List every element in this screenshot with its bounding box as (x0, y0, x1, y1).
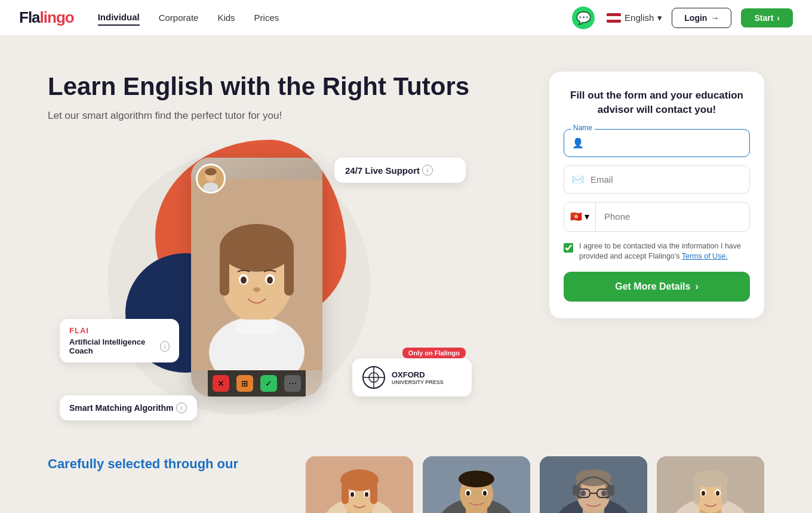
phone-input[interactable] (596, 203, 749, 230)
support-label: 24/7 Live Support (345, 165, 420, 176)
contact-form: Fill out the form and your education adv… (549, 72, 764, 318)
svg-point-15 (205, 168, 216, 176)
tutor-card-4 (657, 456, 764, 513)
hero-section: Learn English with the Right Tutors Let … (0, 36, 812, 456)
start-chevron-icon: › (777, 13, 780, 23)
phone-btn-orange[interactable]: ⊞ (236, 375, 253, 392)
svg-point-8 (241, 277, 247, 284)
get-details-arrow-icon: › (695, 281, 698, 292)
svg-point-40 (483, 491, 487, 496)
language-selector[interactable]: English ▾ (607, 13, 662, 23)
svg-rect-61 (721, 481, 727, 504)
svg-point-4 (220, 224, 294, 272)
ai-coach-badge: FLAI Artificial Intelligence Coach i (60, 319, 179, 363)
phone-btn-red[interactable]: ✕ (213, 375, 229, 392)
whatsapp-area: 💬 (572, 7, 595, 29)
ai-info-icon[interactable]: i (160, 341, 170, 352)
email-input[interactable] (564, 165, 750, 193)
navbar: Flalingo Individual Corporate Kids Price… (0, 0, 812, 36)
terms-link[interactable]: Terms of Use. (682, 252, 728, 260)
nav-prices[interactable]: Prices (254, 10, 279, 25)
bottom-title: Carefully selected through our (48, 456, 238, 472)
phone-flag-chevron-icon: ▾ (585, 211, 589, 222)
start-button[interactable]: Start › (741, 8, 793, 27)
flai-logo: FLAI (69, 326, 170, 335)
get-details-label: Get More Details (615, 281, 690, 292)
phone-screen: ✕ ⊞ ✓ ⋯ (191, 158, 322, 397)
whatsapp-button[interactable]: 💬 (572, 7, 595, 29)
algo-info-icon[interactable]: i (176, 403, 187, 413)
live-support-badge: 24/7 Live Support i (334, 158, 466, 183)
tutor-card-2 (423, 456, 530, 513)
name-label: Name (571, 124, 595, 132)
email-icon: ✉️ (572, 174, 584, 185)
support-info-icon[interactable]: i (422, 165, 433, 176)
tutor-card-1 (306, 456, 413, 513)
us-flag-icon (607, 13, 621, 23)
nav-menu: Individual Corporate Kids Prices (98, 10, 560, 26)
terms-checkbox[interactable] (564, 243, 573, 253)
language-chevron-icon: ▾ (657, 13, 662, 23)
svg-rect-26 (342, 483, 349, 504)
form-title: Fill out the form and your education adv… (564, 88, 750, 117)
logo[interactable]: Flalingo (19, 8, 74, 27)
hk-flag-icon: 🇭🇰 (570, 211, 582, 222)
logo-fla: Fla (19, 8, 40, 26)
svg-rect-53 (573, 485, 580, 496)
hero-visual: ✕ ⊞ ✓ ⋯ FLAI (48, 134, 478, 432)
algo-label: Smart Matching Algorithm (69, 403, 174, 413)
nav-individual[interactable]: Individual (98, 10, 140, 26)
oxford-subtitle: UNIVERSITY PRESS (392, 379, 444, 385)
phone-flag-selector[interactable]: 🇭🇰 ▾ (564, 202, 596, 231)
only-on-flalingo-label: Only on Flalingo (402, 348, 466, 358)
svg-point-11 (253, 287, 260, 292)
whatsapp-icon: 💬 (576, 11, 591, 25)
ai-coach-label: Artificial Intelligence Coach (69, 337, 158, 355)
svg-point-52 (601, 490, 606, 496)
svg-rect-12 (236, 320, 278, 334)
terms-text: I agree to be contacted via the informat… (579, 241, 750, 262)
login-button[interactable]: Login → (672, 8, 731, 28)
tutor-card-3 (540, 456, 647, 513)
tutor-cards (306, 456, 764, 513)
name-input[interactable] (564, 129, 750, 157)
svg-point-65 (716, 491, 719, 496)
oxford-logo (362, 365, 386, 389)
nav-corporate[interactable]: Corporate (159, 10, 199, 25)
logo-lingo: lingo (40, 8, 74, 26)
smart-matching-badge: Smart Matching Algorithm i (60, 395, 197, 420)
language-label: English (625, 13, 654, 23)
phone-mockup: ✕ ⊞ ✓ ⋯ (191, 158, 322, 397)
svg-point-29 (350, 492, 354, 497)
svg-point-38 (466, 491, 470, 496)
person-icon: 👤 (572, 137, 584, 149)
email-field-wrapper: ✉️ (564, 165, 750, 193)
svg-rect-6 (284, 248, 294, 296)
svg-rect-27 (370, 483, 377, 504)
start-label: Start (754, 13, 773, 23)
phone-field-wrapper: 🇭🇰 ▾ (564, 202, 750, 232)
svg-point-16 (204, 183, 219, 193)
hero-left: Learn English with the Right Tutors Let … (48, 72, 513, 432)
svg-point-63 (702, 491, 705, 496)
svg-rect-5 (220, 248, 229, 296)
nav-kids[interactable]: Kids (217, 10, 235, 25)
phone-btn-gray[interactable]: ⋯ (284, 375, 301, 392)
svg-point-10 (267, 277, 273, 284)
get-details-button[interactable]: Get More Details › (564, 272, 750, 302)
tutor-svg (191, 179, 322, 370)
hero-subtitle: Let our smart algorithm find the perfect… (48, 110, 513, 122)
svg-point-51 (581, 490, 586, 496)
tutor-face-image (191, 179, 322, 370)
login-label: Login (684, 13, 707, 23)
phone-btn-green[interactable]: ✓ (260, 375, 277, 392)
name-field: Name 👤 (564, 129, 750, 157)
phone-bottom-bar: ✕ ⊞ ✓ ⋯ (208, 370, 306, 397)
hero-title: Learn English with the Right Tutors (48, 72, 513, 102)
svg-point-31 (365, 492, 368, 497)
oxford-badge: Only on Flalingo OXFORD UNIVERSITY PR (352, 358, 472, 397)
phone-field: 🇭🇰 ▾ (564, 202, 750, 232)
svg-point-36 (459, 471, 494, 487)
login-arrow-icon: → (710, 13, 719, 23)
bottom-section: Carefully selected through our (0, 456, 812, 513)
